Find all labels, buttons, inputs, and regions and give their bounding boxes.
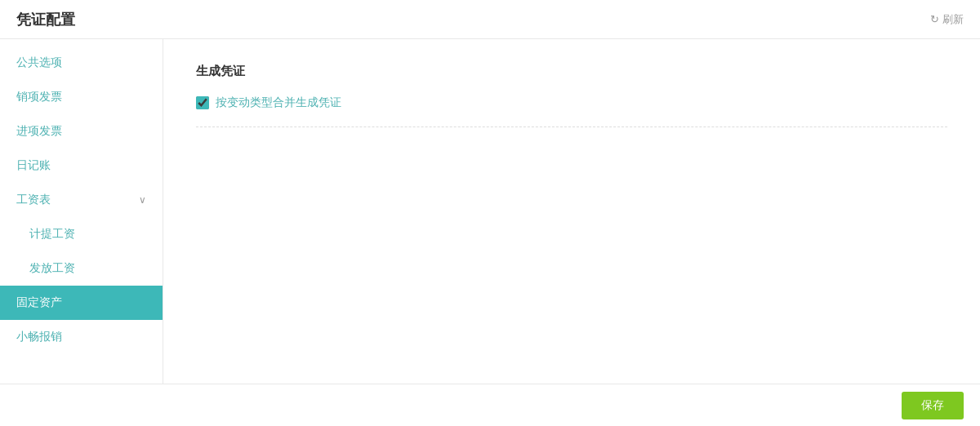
- sidebar-item-payroll-calc[interactable]: 计提工资: [0, 217, 163, 251]
- sidebar-item-journal[interactable]: 日记账: [0, 149, 163, 183]
- refresh-button[interactable]: ↻ 刷新: [930, 12, 964, 27]
- sidebar-item-fixed-assets[interactable]: 固定资产: [0, 286, 163, 320]
- refresh-icon: ↻: [930, 13, 939, 25]
- refresh-label: 刷新: [942, 12, 964, 27]
- sidebar-item-purchase-invoice[interactable]: 进项发票: [0, 114, 163, 149]
- page-header: 凭证配置 ↻ 刷新: [0, 0, 980, 39]
- sidebar-item-payroll-table[interactable]: 工资表∨: [0, 183, 163, 217]
- sidebar-item-payroll-pay[interactable]: 发放工资: [0, 251, 163, 286]
- chevron-down-icon: ∨: [139, 194, 146, 206]
- sidebar-item-label: 发放工资: [29, 261, 75, 276]
- sidebar-item-label: 公共选项: [16, 55, 62, 70]
- sidebar-item-label: 日记账: [16, 158, 51, 173]
- page-footer: 保存: [0, 384, 980, 426]
- sidebar-item-label: 工资表: [16, 193, 51, 207]
- merge-by-type-checkbox[interactable]: [196, 96, 209, 109]
- content-area: 生成凭证 按变动类型合并生成凭证: [163, 39, 980, 384]
- section-divider: [196, 126, 947, 127]
- sidebar-item-public[interactable]: 公共选项: [0, 46, 163, 80]
- sidebar-item-label: 进项发票: [16, 124, 62, 139]
- save-button[interactable]: 保存: [902, 392, 964, 419]
- merge-by-type-label[interactable]: 按变动类型合并生成凭证: [216, 95, 341, 110]
- sidebar: 公共选项销项发票进项发票日记账工资表∨计提工资发放工资固定资产小畅报销: [0, 39, 163, 384]
- main-layout: 公共选项销项发票进项发票日记账工资表∨计提工资发放工资固定资产小畅报销 生成凭证…: [0, 39, 980, 384]
- section-title: 生成凭证: [196, 64, 947, 79]
- sidebar-item-label: 小畅报销: [16, 330, 62, 344]
- sidebar-item-expense[interactable]: 小畅报销: [0, 320, 163, 354]
- page-title: 凭证配置: [16, 10, 75, 29]
- sidebar-item-label: 固定资产: [16, 295, 62, 310]
- checkbox-row: 按变动类型合并生成凭证: [196, 95, 947, 110]
- sidebar-item-label: 计提工资: [29, 227, 75, 242]
- sidebar-item-label: 销项发票: [16, 90, 62, 104]
- sidebar-item-sales-invoice[interactable]: 销项发票: [0, 80, 163, 114]
